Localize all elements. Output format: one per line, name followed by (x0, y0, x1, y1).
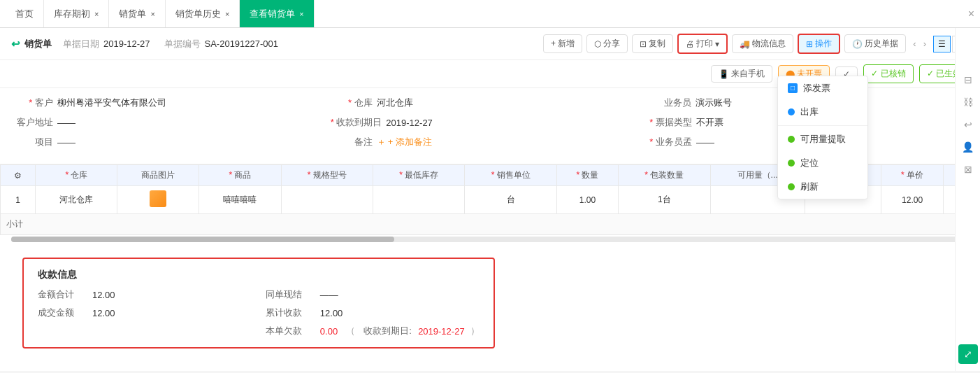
payment-outstanding-value: 0.00 (320, 326, 338, 337)
tab-sales-history[interactable]: 销货单历史 × (166, 0, 240, 27)
print-button[interactable]: 🖨 打印 ▾ (677, 34, 728, 54)
operate-button[interactable]: ⊞ 操作 (798, 34, 840, 54)
tab-sales-order-close[interactable]: × (150, 10, 154, 18)
project-label: 项目 (11, 136, 53, 148)
doc-meta: 单据日期 2019-12-27 单据编号 SA-20191227-001 (63, 38, 532, 50)
tab-bar: 首页 库存期初 × 销货单 × 销货单历史 × 查看销货单 × × (0, 0, 980, 28)
tab-view-sales-close[interactable]: × (299, 10, 303, 18)
locate-label: 定位 (800, 157, 819, 169)
subtotal-label: 小计 (1, 214, 980, 235)
row-img (117, 186, 199, 214)
col-unit: 销售单位 (465, 165, 556, 186)
tab-inventory-label: 库存期初 (54, 8, 90, 20)
scroll-thumb (11, 237, 394, 242)
customer-field: 客户 柳州粤港平安气体有限公司 (11, 97, 331, 109)
new-button[interactable]: + 新增 (543, 34, 582, 53)
tab-sales-history-label: 销货单历史 (175, 8, 221, 20)
print-dropdown-icon: ▾ (715, 39, 719, 49)
payment-transaction-value: 12.00 (92, 308, 115, 318)
horizontal-scrollbar[interactable] (11, 237, 969, 242)
operate-icon: ⊞ (806, 39, 813, 49)
row-product: 嘻嘻嘻嘻 (199, 186, 281, 214)
doc-date-label: 单据日期 (63, 38, 99, 50)
tab-sales-order[interactable]: 销货单 × (109, 0, 165, 27)
tab-sales-order-label: 销货单 (119, 8, 146, 20)
from-phone-button[interactable]: 📱 来自手机 (711, 65, 772, 83)
col-pkg-qty: 包装数量 (619, 165, 710, 186)
col-qty: 数量 (556, 165, 618, 186)
salesperson2-label: 业务员孟 (649, 136, 692, 148)
row-warehouse: 河北仓库 (36, 186, 117, 214)
col-gear: ⚙ (1, 165, 36, 186)
row-unit: 台 (465, 186, 556, 214)
col-spec: 规格型号 (281, 165, 373, 186)
sold-check-icon: ✓ (871, 69, 878, 78)
tab-sales-history-close[interactable]: × (225, 10, 229, 18)
dropdown-available-qty[interactable]: 可用量提取 (778, 127, 867, 151)
sold-badge: ✓ 已核销 (863, 64, 913, 83)
col-product: 商品 (199, 165, 281, 186)
logistics-button-label: 物流信息 (752, 38, 786, 50)
history-button[interactable]: 🕐 历史单据 (844, 34, 906, 53)
payment-same-order-label: 同单现结 (266, 288, 315, 301)
operate-button-label: 操作 (815, 38, 832, 50)
payment-total-value: 12.00 (92, 290, 115, 300)
dropdown-locate[interactable]: 定位 (778, 151, 867, 175)
tab-inventory[interactable]: 库存期初 × (44, 0, 109, 27)
payment-total-label: 金额合计 (38, 288, 87, 301)
view-list-button[interactable]: ☰ (933, 36, 951, 52)
note-field: 备注 ＋ + 添加备注 (331, 136, 650, 148)
locate-icon (788, 160, 795, 167)
doc-number-value: SA-20191227-001 (205, 38, 279, 49)
content-area: ↩ 销货单 单据日期 2019-12-27 单据编号 SA-20191227-0… (0, 28, 980, 371)
right-sidebar: ⊟ ⛓ ↩ 👤 ⊠ ⤢ (955, 28, 980, 371)
tab-home-label: 首页 (15, 8, 34, 20)
add-invoice-label: 添发票 (803, 82, 830, 94)
history-button-label: 历史单据 (865, 38, 898, 50)
tab-view-sales[interactable]: 查看销货单 × (240, 0, 314, 27)
logistics-button[interactable]: 🚚 物流信息 (732, 34, 793, 53)
sidebar-icon-1[interactable]: ⊟ (958, 70, 978, 90)
payment-title: 收款信息 (38, 269, 480, 281)
out-warehouse-label: 出库 (800, 106, 819, 118)
doc-number-label: 单据编号 (164, 38, 201, 50)
row-index: 1 (1, 186, 36, 214)
col-warehouse: 仓库 (36, 165, 117, 186)
doc-number-field: 单据编号 SA-20191227-001 (164, 38, 279, 50)
payment-wrapper: 收款信息 金额合计 12.00 同单现结 —— 成交金额 12.00 累计收款 … (0, 244, 980, 363)
sidebar-icon-5[interactable]: ⊠ (958, 160, 978, 179)
nav-prev-icon[interactable]: ‹ (910, 37, 918, 50)
dropdown-add-invoice[interactable]: □ 添发票 (778, 76, 867, 100)
copy-button[interactable]: ⊡ 复制 (632, 34, 673, 53)
sidebar-expand-icon[interactable]: ⤢ (958, 344, 978, 364)
tab-bar-close-icon[interactable]: × (968, 8, 974, 20)
payment-same-order-value: —— (320, 290, 338, 300)
address-value: —— (57, 118, 75, 128)
share-button[interactable]: ⬡ 分享 (586, 34, 628, 53)
tab-inventory-close[interactable]: × (94, 10, 99, 18)
payment-cumulative-label: 累计收款 (266, 307, 315, 319)
refresh-icon (788, 183, 795, 190)
add-note-button[interactable]: ＋ + 添加备注 (377, 136, 432, 148)
add-invoice-icon: □ (788, 83, 798, 93)
sidebar-icon-3[interactable]: ↩ (958, 115, 978, 134)
product-image (150, 190, 166, 207)
row-min-stock (373, 186, 464, 214)
doc-date-field: 单据日期 2019-12-27 (63, 38, 150, 50)
dropdown-divider-1 (778, 125, 867, 126)
nav-next-icon[interactable]: › (921, 37, 929, 50)
payment-grid: 金额合计 12.00 同单现结 —— 成交金额 12.00 累计收款 12.00… (38, 288, 480, 337)
settings-icon[interactable]: ⚙ (14, 171, 22, 181)
nav-arrows: ‹ › (910, 37, 929, 50)
sidebar-icon-4[interactable]: 👤 (958, 137, 978, 157)
subtotal-row: 小计 (1, 214, 980, 235)
new-button-label: + 新增 (551, 38, 575, 50)
dropdown-refresh[interactable]: 刷新 (778, 175, 867, 199)
dropdown-out-warehouse[interactable]: 出库 (778, 100, 867, 124)
sidebar-icon-2[interactable]: ⛓ (958, 92, 978, 112)
tab-home[interactable]: 首页 (6, 0, 44, 27)
payment-outstanding-row: 本单欠款 0.00 （ 收款到期日: 2019-12-27 ） (266, 325, 480, 337)
tab-view-sales-label: 查看销货单 (250, 8, 295, 20)
print-button-label: 打印 (696, 38, 713, 50)
customer-label: 客户 (11, 97, 53, 109)
